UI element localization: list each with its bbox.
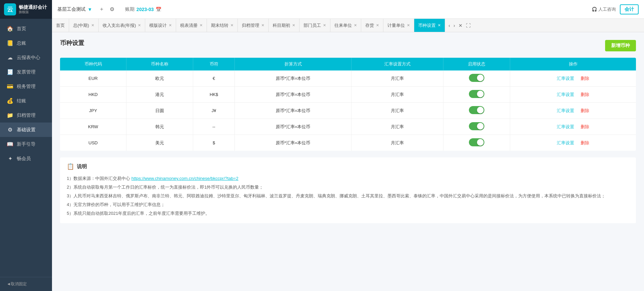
rate-setting-link[interactable]: 汇率设置 (557, 140, 574, 145)
sidebar-toggle[interactable]: ◄取消固定 (0, 277, 52, 291)
table-row: HKD 港元 HK$ 原币*汇率=本位币 月汇率 汇率设置 删除 (60, 87, 636, 103)
tab-dept[interactable]: 部门员工 ✕ (300, 19, 330, 32)
sidebar-item-settings[interactable]: ⚙ 基础设置 (0, 123, 52, 137)
tab-template-close[interactable]: ✕ (169, 23, 172, 28)
tab-period-end-label: 期末结转 (211, 22, 228, 29)
table-row: KRW 韩元 -- 原币*汇率=本位币 月汇率 汇率设置 删除 (60, 119, 636, 135)
sidebar-item-label: 基础设置 (17, 127, 36, 133)
settings-icon: ⚙ (7, 127, 13, 133)
rate-setting-link[interactable]: 汇率设置 (557, 124, 574, 129)
cell-code: EUR (60, 70, 126, 87)
sidebar-item-tax[interactable]: 💳 税务管理 (0, 79, 52, 94)
tab-home[interactable]: 首页 (52, 19, 69, 32)
toggle-circle (477, 123, 484, 130)
calendar-icon[interactable]: 📅 (156, 7, 161, 12)
tab-next-button[interactable]: › (452, 22, 457, 29)
status-toggle[interactable] (469, 106, 484, 114)
col-calc: 折算方式 (235, 58, 352, 70)
cell-symbol: € (193, 70, 235, 87)
headset-icon: 🎧 (592, 7, 597, 12)
tab-balance[interactable]: 总(中期) ✕ (69, 19, 99, 32)
new-currency-button[interactable]: 新增币种 (605, 40, 636, 51)
notes-icon: 📋 (67, 163, 74, 170)
tab-template[interactable]: 模版设计 ✕ (145, 19, 176, 32)
topbar-right: 🎧 人工咨询 会计 (592, 4, 639, 14)
rate-setting-link[interactable]: 汇率设置 (557, 92, 574, 97)
status-toggle[interactable] (469, 74, 484, 82)
tab-balance-close[interactable]: ✕ (91, 23, 94, 28)
tab-inventory-label: 存货 (365, 22, 374, 29)
tab-archive-close[interactable]: ✕ (261, 23, 264, 28)
period-label: 账期 (125, 6, 135, 12)
cell-status (443, 70, 510, 87)
tab-close-all-button[interactable]: ✕ (457, 22, 464, 29)
rate-setting-link[interactable]: 汇率设置 (557, 108, 574, 113)
settings-button[interactable]: ⚙ (108, 5, 116, 14)
cell-actions: 汇率设置 删除 (510, 70, 636, 87)
cell-status (443, 87, 510, 103)
service-button[interactable]: 🎧 人工咨询 (592, 6, 616, 12)
sidebar-item-invoice[interactable]: 🧾 发票管理 (0, 65, 52, 79)
tab-currency[interactable]: 币种设置 ✕ (414, 19, 445, 32)
tab-unit-measure[interactable]: 计量单位 ✕ (383, 19, 414, 32)
tabbar-nav: ‹ › ✕ ⛶ (445, 22, 474, 29)
tab-subjects[interactable]: 科目期初 ✕ (269, 19, 300, 32)
table-row: USD 美元 $ 原币*汇率=本位币 月汇率 汇率设置 删除 (60, 135, 636, 151)
sidebar-item-ledger[interactable]: 📒 总账 (0, 36, 52, 50)
sidebar-item-checkout[interactable]: 💰 结账 (0, 94, 52, 108)
cell-calc: 原币*汇率=本位币 (235, 103, 352, 119)
sidebar-item-label: 结账 (17, 98, 26, 104)
source-link[interactable]: https://www.chinamoney.com.cn/chinese/bk… (131, 176, 238, 181)
tab-subjects-close[interactable]: ✕ (292, 23, 295, 28)
note-item: 5）系统只能自动抓取2021年度后的汇率，之前年度汇率需要用手工维护。 (67, 209, 629, 218)
tab-income[interactable]: 收入支出表(年报) ✕ (99, 19, 146, 32)
tab-inventory-close[interactable]: ✕ (376, 23, 379, 28)
tab-dept-close[interactable]: ✕ (323, 23, 326, 28)
delete-link[interactable]: 删除 (581, 76, 589, 81)
cell-actions: 汇率设置 删除 (510, 135, 636, 151)
add-project-button[interactable]: ＋ (98, 4, 106, 14)
tab-tax[interactable]: 税表清册 ✕ (176, 19, 207, 32)
sidebar-item-guide[interactable]: 📖 新手引导 (0, 137, 52, 151)
status-toggle[interactable] (469, 138, 484, 146)
tab-currency-close[interactable]: ✕ (438, 23, 441, 28)
cell-name: 日圆 (126, 103, 193, 119)
tab-prev-button[interactable]: ‹ (447, 22, 451, 29)
delete-link[interactable]: 删除 (581, 124, 589, 129)
tab-unit-measure-close[interactable]: ✕ (407, 23, 410, 28)
cell-symbol: $ (193, 135, 235, 151)
cell-code: KRW (60, 119, 126, 135)
sidebar-item-reports[interactable]: ☁ 云报表中心 (0, 50, 52, 65)
tab-fullscreen-button[interactable]: ⛶ (465, 22, 472, 29)
delete-link[interactable]: 删除 (581, 92, 589, 97)
tab-period-end-close[interactable]: ✕ (230, 23, 233, 28)
rate-setting-link[interactable]: 汇率设置 (557, 76, 574, 81)
delete-link[interactable]: 删除 (581, 140, 589, 145)
sidebar-item-label: 云报表中心 (17, 55, 40, 61)
tab-archive[interactable]: 归档管理 ✕ (238, 19, 269, 32)
sidebar-item-home[interactable]: 🏠 首页 (0, 21, 52, 36)
project-selector[interactable]: 基层工会测试 ▼ (57, 6, 92, 12)
tab-balance-label: 总(中期) (73, 22, 89, 29)
account-button[interactable]: 会计 (620, 4, 639, 14)
tab-units[interactable]: 往来单位 ✕ (330, 19, 361, 32)
sidebar-item-archive[interactable]: 📁 归档管理 (0, 108, 52, 123)
tab-units-close[interactable]: ✕ (354, 23, 357, 28)
sidebar-item-member[interactable]: ✦ 畅会员 (0, 151, 52, 166)
delete-link[interactable]: 删除 (581, 108, 589, 113)
status-toggle[interactable] (469, 90, 484, 98)
status-toggle[interactable] (469, 122, 484, 130)
tab-home-label: 首页 (56, 22, 65, 29)
cell-rate-type: 月汇率 (352, 87, 443, 103)
app-name: 畅捷通好会计 (19, 4, 47, 10)
tab-period-end[interactable]: 期末结转 ✕ (207, 19, 238, 32)
tab-inventory[interactable]: 存货 ✕ (361, 19, 383, 32)
tab-income-close[interactable]: ✕ (138, 23, 141, 28)
app-version: 旗舰版 (19, 10, 47, 14)
cell-name: 港元 (126, 87, 193, 103)
cell-name: 欧元 (126, 70, 193, 87)
cell-rate-type: 月汇率 (352, 119, 443, 135)
page-content: 币种设置 新增币种 币种代码 币种名称 币符 折算方式 汇率设置方式 启用状态 … (52, 32, 644, 291)
note-item: 4）无官方牌价的币种，可以用手工维护汇率信息； (67, 200, 629, 209)
tab-tax-close[interactable]: ✕ (200, 23, 203, 28)
